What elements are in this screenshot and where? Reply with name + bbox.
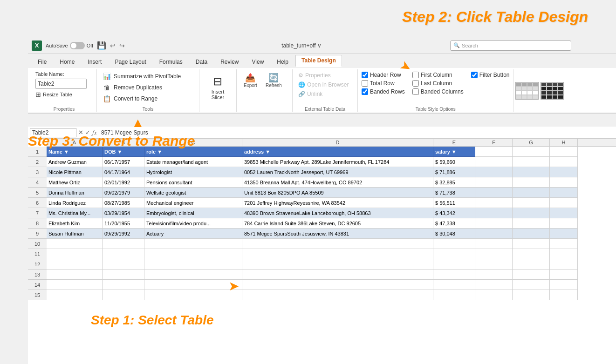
export-group-label: [240, 106, 288, 112]
search-box[interactable]: 🔍 Search: [450, 40, 571, 51]
header-row-checkbox[interactable]: [362, 72, 368, 78]
style-thumb-dark[interactable]: [541, 82, 564, 100]
resize-table-button[interactable]: ⊞ Resize Table: [35, 90, 87, 99]
step3-label: Step 3: Convert to Range: [28, 133, 195, 149]
file-name: table_turn+off ∨: [157, 42, 446, 49]
tab-insert[interactable]: Insert: [82, 56, 108, 67]
banded-rows-label: Banded Rows: [370, 88, 405, 95]
tab-file[interactable]: File: [32, 56, 53, 67]
row-header-11: 11: [28, 249, 47, 259]
style-col-filter: Filter Button: [471, 71, 510, 95]
tab-data[interactable]: Data: [190, 56, 213, 67]
first-column-checkbox[interactable]: [412, 72, 419, 78]
refresh-label: Refresh: [266, 83, 282, 88]
tab-review[interactable]: Review: [214, 56, 245, 67]
banded-rows-checkbox[interactable]: [362, 88, 368, 95]
export-button[interactable]: 📤 Export: [240, 71, 260, 89]
properties-group: Table Name: ⊞ Resize Table Properties: [32, 69, 97, 112]
arrow-convert-icon: ▲: [131, 115, 144, 130]
first-column-checkbox-label[interactable]: First Column: [412, 71, 464, 79]
table-row[interactable]: Nicole Pittman 04/17/1964 Hydrologist 00…: [47, 167, 616, 177]
table-row[interactable]: Andrew Guzman 06/17/1957 Estate manager/…: [47, 157, 616, 167]
refresh-icon: 🔄: [268, 73, 279, 83]
tab-view[interactable]: View: [246, 56, 270, 67]
table-row[interactable]: Susan Huffman 09/29/1992 Actuary 8571 Mc…: [47, 229, 616, 239]
redo-icon[interactable]: ↪: [119, 42, 125, 49]
properties-group-label: Properties: [35, 106, 93, 112]
banded-rows-checkbox-label[interactable]: Banded Rows: [362, 88, 405, 95]
style-col-left: Header Row Total Row Banded Rows: [362, 71, 405, 95]
convert-icon: 📋: [103, 94, 111, 103]
unlink-button: 🔗 Unlink: [296, 90, 350, 98]
properties-content: Table Name: ⊞ Resize Table: [35, 69, 87, 106]
col-header-g[interactable]: G: [513, 139, 550, 146]
banded-columns-checkbox[interactable]: [412, 88, 419, 95]
row-header-3: 3: [28, 167, 47, 177]
header-g: [513, 147, 550, 157]
col-header-f[interactable]: F: [475, 139, 513, 146]
properties-ext-label: Properties: [305, 72, 331, 79]
ext-group-label: External Table Data: [296, 106, 354, 112]
banded-columns-checkbox-label[interactable]: Banded Columns: [412, 88, 464, 95]
style-thumb-light[interactable]: [515, 82, 539, 100]
style-col-right: First Column Last Column Banded Columns: [412, 71, 464, 95]
table-row[interactable]: Matthew Ortiz 02/01/1992 Pensions consul…: [47, 177, 616, 188]
remove-duplicates-button[interactable]: 🗑 Remove Duplicates: [101, 82, 183, 93]
tab-page-layout[interactable]: Page Layout: [109, 56, 152, 67]
convert-to-range-button[interactable]: 📋 Convert to Range: [101, 94, 183, 104]
header-f: [475, 147, 513, 157]
export-icon: 📤: [245, 73, 255, 83]
step2-title: Step 2: Click Table Design: [402, 8, 588, 26]
tab-help[interactable]: Help: [271, 56, 294, 67]
total-row-checkbox-label[interactable]: Total Row: [362, 80, 405, 87]
last-column-checkbox[interactable]: [412, 80, 419, 87]
row-header-2: 2: [28, 157, 47, 167]
refresh-button[interactable]: 🔄 Refresh: [262, 71, 285, 89]
table-row[interactable]: Donna Huffman 09/02/1979 Wellsite geolog…: [47, 188, 616, 198]
tab-home[interactable]: Home: [54, 56, 81, 67]
table-style-options-group: Header Row Total Row Banded Rows: [358, 69, 513, 112]
tab-table-design[interactable]: Table Design: [295, 55, 342, 67]
tools-content: 📊 Summarize with PivotTable 🗑 Remove Dup…: [101, 69, 183, 106]
table-row[interactable]: Elizabeth Kim 11/20/1955 Television/film…: [47, 218, 616, 229]
slicer-icon: ⊟: [213, 75, 222, 88]
unlink-label: Unlink: [307, 91, 322, 97]
row-header-7: 7: [28, 208, 47, 218]
insert-slicer-group: ⊟ InsertSlicer: [199, 69, 237, 112]
resize-icon: ⊞: [35, 91, 41, 98]
table-name-input[interactable]: [35, 79, 87, 89]
filter-button-checkbox[interactable]: [471, 72, 478, 78]
export-refresh-group: 📤 Export 🔄 Refresh: [237, 69, 293, 112]
table-name-label: Table Name:: [35, 71, 87, 77]
slicer-group-label: [203, 106, 233, 112]
convert-label: Convert to Range: [114, 95, 157, 102]
header-row-checkbox-label[interactable]: Header Row: [362, 71, 405, 79]
autosave-toggle[interactable]: [70, 42, 85, 49]
col-header-h[interactable]: H: [550, 139, 578, 146]
table-row[interactable]: Linda Rodriguez 08/27/1985 Mechanical en…: [47, 198, 616, 208]
total-row-checkbox[interactable]: [362, 80, 368, 87]
table-row[interactable]: Ms. Christina My... 03/29/1954 Embryolog…: [47, 208, 616, 218]
first-column-label: First Column: [421, 72, 452, 78]
style-cols: Header Row Total Row Banded Rows: [362, 71, 509, 95]
col-header-d[interactable]: D: [242, 139, 433, 146]
undo-icon[interactable]: ↩: [110, 42, 116, 49]
save-icon[interactable]: 💾: [97, 41, 106, 50]
summarize-pivottable-button[interactable]: 📊 Summarize with PivotTable: [101, 71, 183, 81]
row-header-12: 12: [28, 259, 47, 270]
header-salary[interactable]: salary ▼: [433, 147, 475, 157]
row-header-9: 9: [28, 229, 47, 239]
col-header-e[interactable]: E: [433, 139, 475, 146]
spreadsheet: A B C D E F G H 1 2 3 4 5 6 7 8 9 10 11 …: [28, 139, 616, 364]
unlink-icon: 🔗: [298, 91, 305, 97]
filter-button-checkbox-label[interactable]: Filter Button: [471, 71, 510, 79]
row-headers: 1 2 3 4 5 6 7 8 9 10 11 12 13 14 15: [28, 147, 47, 300]
tab-formulas[interactable]: Formulas: [153, 56, 189, 67]
insert-slicer-button[interactable]: ⊟ InsertSlicer: [207, 73, 229, 102]
tools-group: 📊 Summarize with PivotTable 🗑 Remove Dup…: [97, 69, 199, 112]
empty-row-10: [47, 239, 616, 249]
row-header-8: 8: [28, 218, 47, 229]
header-address[interactable]: address ▼: [242, 147, 433, 157]
export-content: 📤 Export 🔄 Refresh: [240, 69, 285, 106]
last-column-checkbox-label[interactable]: Last Column: [412, 80, 464, 87]
